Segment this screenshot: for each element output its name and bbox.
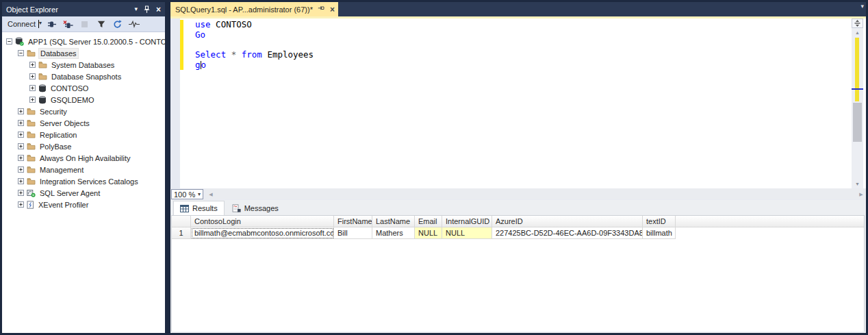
tab-results[interactable]: Results — [173, 201, 225, 215]
cell-email[interactable]: NULL — [415, 227, 442, 239]
tree-item-replication[interactable]: Replication — [2, 129, 165, 140]
window-position-icon[interactable]: ▾ — [134, 6, 138, 12]
code-line-2[interactable]: Go — [195, 30, 314, 40]
code-line-5[interactable]: go — [195, 60, 314, 71]
stop-icon — [79, 18, 90, 29]
results-grid[interactable]: ContosoLoginFirstNameLastNameEmailIntern… — [171, 215, 865, 332]
tree-item-databases[interactable]: Databases — [2, 47, 165, 59]
code-line-4[interactable]: Select * from Employees — [195, 50, 314, 60]
expand-icon[interactable] — [29, 85, 36, 91]
xevent-icon — [27, 201, 34, 209]
code-line-1[interactable]: use CONTOSO — [195, 20, 314, 30]
connect-object-icon[interactable] — [47, 18, 58, 29]
tree-item-security[interactable]: Security — [2, 106, 165, 117]
tree-item-integration-services-catalogs[interactable]: Integration Services Catalogs — [2, 175, 165, 187]
split-window-grip[interactable] — [852, 18, 863, 28]
server-icon — [15, 37, 24, 46]
filter-icon[interactable] — [96, 18, 107, 29]
editor-selection-margin — [170, 18, 180, 188]
query-editor[interactable]: use CONTOSOGoSelect * from Employeesgo ▲… — [170, 18, 866, 188]
scroll-up-icon[interactable]: ▲ — [852, 28, 863, 37]
cell-contosologin[interactable]: billmath@ecmabmcontoso.onmicrosoft.com — [191, 227, 334, 239]
editor-bottom-bar: 100 % ▾ ◀ ▶ — [170, 188, 866, 200]
scroll-right-icon[interactable]: ▶ — [856, 189, 866, 199]
code-token: o — [201, 60, 207, 70]
folder-icon — [38, 61, 47, 69]
expand-icon[interactable] — [29, 97, 36, 103]
activity-monitor-icon[interactable] — [129, 18, 140, 29]
expand-icon[interactable] — [18, 201, 24, 208]
cell-azureid[interactable]: 227425BC-D52D-46EC-AA6D-09F3343DA88B — [492, 227, 643, 239]
tree-item-database-snapshots[interactable]: Database Snapshots — [2, 71, 165, 82]
grid-corner-cell[interactable] — [172, 216, 191, 227]
tree-item-app1-sql-server-15-0-2000-5-conto[interactable]: APP1 (SQL Server 15.0.2000.5 - CONTO — [2, 36, 165, 47]
code-token: use — [195, 19, 211, 29]
pin-icon[interactable] — [144, 5, 150, 14]
tree-item-polybase[interactable]: PolyBase — [2, 140, 165, 152]
object-explorer-titlebar[interactable]: Object Explorer ▾ × — [2, 2, 165, 16]
scrollbar-thumb[interactable] — [853, 103, 862, 142]
cell-lastname[interactable]: Mathers — [372, 227, 415, 239]
tab-pin-icon[interactable] — [318, 6, 325, 13]
tab-sqlquery1[interactable]: SQLQuery1.sql - AP...administrator (67))… — [170, 2, 338, 16]
code-line-3[interactable] — [195, 40, 314, 50]
column-header-firstname[interactable]: FirstName — [334, 216, 372, 227]
tree-item-label: PolyBase — [38, 142, 73, 151]
scrollbar-change-annotation — [855, 38, 859, 101]
column-header-textid[interactable]: textID — [643, 216, 676, 227]
tree-item-label: Always On High Availability — [38, 153, 131, 163]
tree-item-server-objects[interactable]: Server Objects — [2, 117, 165, 129]
expand-icon[interactable] — [29, 62, 36, 68]
expand-icon[interactable] — [18, 120, 24, 126]
column-header-internalguid[interactable]: InternalGUID — [442, 216, 492, 227]
connect-button[interactable]: Connect ▾ — [5, 18, 41, 29]
zoom-dropdown-icon: ▾ — [198, 191, 201, 197]
collapse-icon[interactable] — [6, 38, 12, 45]
tree-item-sql-server-agent[interactable]: SQL Server Agent — [2, 187, 165, 199]
disconnect-object-icon[interactable] — [63, 18, 74, 29]
tree-item-label: Server Objects — [38, 119, 91, 128]
cell-firstname[interactable]: Bill — [334, 227, 372, 239]
tree-item-xevent-profiler[interactable]: XEvent Profiler — [2, 199, 165, 210]
expand-icon[interactable] — [18, 178, 24, 184]
expand-icon[interactable] — [18, 166, 24, 173]
expand-icon[interactable] — [18, 155, 24, 161]
connect-label: Connect — [8, 20, 36, 28]
expand-icon[interactable] — [18, 190, 24, 196]
column-header-email[interactable]: Email — [415, 216, 442, 227]
tree-item-gsqldemo[interactable]: GSQLDEMO — [2, 94, 165, 106]
column-header-contosologin[interactable]: ContosoLogin — [191, 216, 334, 227]
editor-horizontal-scrollbar[interactable]: ◀ ▶ — [206, 189, 866, 199]
column-header-azureid[interactable]: AzureID — [492, 216, 643, 227]
cell-internalguid[interactable]: NULL — [442, 227, 492, 239]
folder-icon — [27, 154, 36, 162]
tree-item-label: Database Snapshots — [50, 72, 123, 82]
tree-item-contoso[interactable]: CONTOSO — [2, 82, 165, 94]
database-icon — [38, 96, 47, 104]
tree-item-label: GSQLDEMO — [49, 95, 96, 105]
scroll-left-icon[interactable]: ◀ — [206, 189, 216, 199]
tab-messages[interactable]: Messages — [225, 201, 285, 215]
tree-item-management[interactable]: Management — [2, 164, 165, 175]
tree-item-system-databases[interactable]: System Databases — [2, 59, 165, 71]
row-number-cell[interactable]: 1 — [172, 227, 191, 239]
close-icon[interactable]: × — [156, 5, 161, 14]
expand-icon[interactable] — [29, 73, 36, 79]
cell-textid[interactable]: billmath — [643, 227, 676, 239]
scroll-down-icon[interactable]: ▼ — [852, 179, 863, 188]
column-header-lastname[interactable]: LastName — [372, 216, 415, 227]
results-grid-icon — [180, 205, 189, 212]
tree-item-always-on-high-availability[interactable]: Always On High Availability — [2, 152, 165, 164]
editor-vertical-scrollbar[interactable]: ▲ ▼ — [852, 18, 863, 188]
grid-header-filler — [676, 216, 864, 227]
collapse-icon[interactable] — [18, 50, 24, 56]
expand-icon[interactable] — [18, 143, 24, 149]
refresh-icon[interactable] — [112, 18, 123, 29]
expand-icon[interactable] — [18, 108, 24, 114]
messages-icon — [232, 204, 241, 212]
code-area[interactable]: use CONTOSOGoSelect * from Employeesgo — [195, 20, 314, 70]
tab-close-icon[interactable]: × — [330, 5, 335, 14]
zoom-select[interactable]: 100 % ▾ — [171, 189, 203, 199]
expand-icon[interactable] — [18, 132, 24, 138]
tab-list-dropdown-icon[interactable]: ▾ — [860, 3, 864, 10]
